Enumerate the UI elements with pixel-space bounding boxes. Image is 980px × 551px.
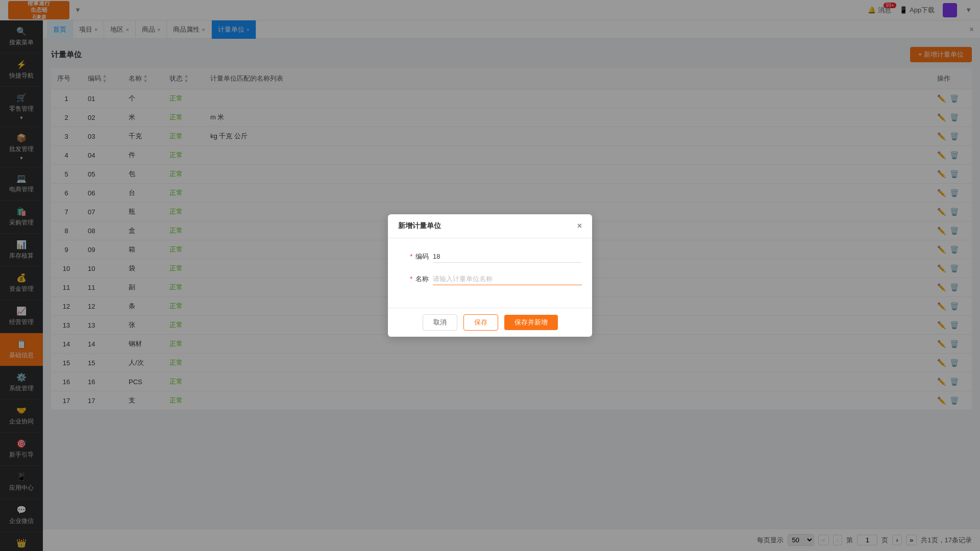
code-input[interactable] bbox=[433, 251, 582, 263]
modal-overlay[interactable]: 新增计量单位 × * 编码 * 名称 取消 保存 保存并新增 bbox=[0, 0, 980, 551]
save-button[interactable]: 保存 bbox=[463, 314, 498, 331]
modal-title: 新增计量单位 bbox=[398, 221, 441, 231]
code-form-row: * 编码 bbox=[398, 251, 582, 263]
name-input[interactable] bbox=[433, 273, 582, 285]
code-label: * 编码 bbox=[398, 252, 429, 261]
name-required-mark: * bbox=[410, 275, 412, 283]
modal-close-button[interactable]: × bbox=[577, 221, 582, 231]
save-new-button[interactable]: 保存并新增 bbox=[504, 315, 558, 330]
code-required-mark: * bbox=[410, 253, 412, 260]
name-form-row: * 名称 bbox=[398, 273, 582, 285]
cancel-button[interactable]: 取消 bbox=[423, 314, 457, 331]
modal-footer: 取消 保存 保存并新增 bbox=[388, 308, 592, 337]
modal-header: 新增计量单位 × bbox=[388, 214, 592, 238]
name-label: * 名称 bbox=[398, 274, 429, 284]
modal-body: * 编码 * 名称 bbox=[388, 238, 592, 308]
add-unit-modal: 新增计量单位 × * 编码 * 名称 取消 保存 保存并新增 bbox=[388, 214, 592, 337]
